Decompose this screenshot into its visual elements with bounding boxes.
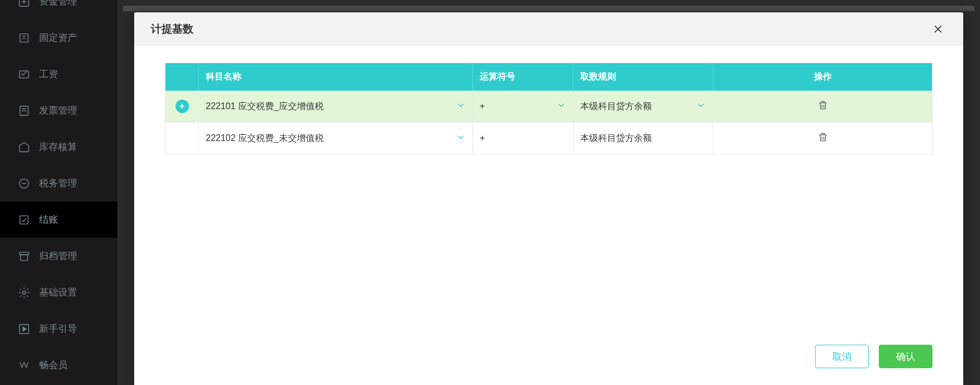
subject-cell[interactable]: 222101 应交税费_应交增值税 [199, 91, 473, 123]
sidebar-item-label: 工资 [39, 68, 58, 81]
archive-icon [18, 250, 30, 262]
sidebar-item-closing[interactable]: 结账 [0, 201, 117, 238]
building-icon [18, 32, 30, 44]
operator-value: + [480, 133, 485, 143]
sidebar-item-label: 新手引导 [39, 322, 77, 335]
delete-row-button[interactable] [817, 132, 828, 143]
sidebar-item-label: 固定资产 [39, 31, 77, 44]
sidebar-item-invoice[interactable]: 发票管理 [0, 92, 117, 129]
modal-title: 计提基数 [151, 22, 193, 36]
inventory-icon [18, 141, 30, 153]
col-add [165, 63, 199, 91]
operator-cell[interactable]: + [473, 91, 574, 123]
play-icon [18, 323, 30, 335]
sidebar-item-tax[interactable]: 税务管理 [0, 165, 117, 201]
col-subject: 科目名称 [199, 63, 473, 91]
rule-cell[interactable]: 本级科目贷方余额 [574, 123, 713, 154]
provision-table: 科目名称 运算符号 取数规则 操作 +222101 应交税费_应交增值税+本级科… [165, 63, 932, 154]
subject-value: 222102 应交税费_未交增值税 [206, 133, 324, 144]
sidebar-item-label: 库存核算 [39, 140, 77, 153]
sidebar-item-label: 归档管理 [39, 250, 77, 262]
modal-overlay: 计提基数 科目名称 运算符号 取数规则 操作 +222101 应交税费_应交增值… [117, 0, 980, 385]
sidebar-item-label: 资金管理 [39, 0, 77, 8]
chevron-down-icon [456, 132, 466, 144]
action-cell [713, 123, 932, 154]
close-button[interactable] [930, 21, 946, 37]
sidebar-item-label: 结账 [39, 213, 58, 226]
closing-icon [18, 214, 30, 226]
sidebar-item-label: 基础设置 [39, 286, 77, 299]
table-header-row: 科目名称 运算符号 取数规则 操作 [165, 63, 932, 91]
sidebar-item-guide[interactable]: 新手引导 [0, 311, 117, 347]
sidebar-item-label: 畅会员 [39, 359, 68, 372]
add-row-button[interactable]: + [176, 100, 189, 113]
subject-cell[interactable]: 222102 应交税费_未交增值税 [199, 123, 473, 154]
operator-cell[interactable]: + [473, 123, 574, 154]
svg-point-8 [22, 291, 26, 294]
salary-icon [18, 68, 30, 81]
modal-body: 科目名称 运算符号 取数规则 操作 +222101 应交税费_应交增值税+本级科… [134, 46, 963, 334]
sidebar: 资金管理 固定资产 工资 发票管理 库存核算 税务管理 结账 [0, 0, 117, 385]
modal-dialog: 计提基数 科目名称 运算符号 取数规则 操作 +222101 应交税费_应交增值… [134, 12, 963, 385]
chevron-down-icon [696, 100, 706, 112]
cancel-button[interactable]: 取消 [815, 345, 869, 368]
gear-icon [18, 287, 30, 299]
delete-row-button[interactable] [817, 100, 828, 111]
tax-icon [18, 177, 30, 190]
svg-rect-1 [20, 34, 29, 42]
confirm-button[interactable]: 确认 [879, 345, 932, 368]
action-cell [713, 91, 932, 123]
vip-icon [18, 359, 30, 372]
sidebar-item-settings[interactable]: 基础设置 [0, 274, 117, 311]
sidebar-item-label: 发票管理 [39, 104, 77, 117]
svg-rect-5 [20, 215, 29, 224]
sidebar-item-inventory[interactable]: 库存核算 [0, 129, 117, 165]
sidebar-item-label: 税务管理 [39, 177, 77, 190]
svg-rect-7 [21, 255, 28, 260]
col-operator: 运算符号 [473, 63, 574, 91]
chevron-down-icon [456, 100, 466, 112]
add-cell [165, 123, 199, 154]
invoice-icon [18, 105, 30, 117]
add-cell: + [165, 91, 199, 123]
sidebar-item-vip[interactable]: 畅会员 [0, 347, 117, 383]
sidebar-item-funds[interactable]: 资金管理 [0, 0, 117, 20]
col-rule: 取数规则 [574, 63, 713, 91]
sidebar-item-fixed-assets[interactable]: 固定资产 [0, 20, 117, 56]
chevron-down-icon [556, 100, 566, 112]
table-row: 222102 应交税费_未交增值税+本级科目贷方余额 [165, 123, 932, 154]
sidebar-item-salary[interactable]: 工资 [0, 56, 117, 92]
rule-cell[interactable]: 本级科目贷方余额 [574, 91, 713, 123]
plus-box-icon [18, 0, 30, 8]
rule-value: 本级科目贷方余额 [580, 133, 652, 144]
table-row: +222101 应交税费_应交增值税+本级科目贷方余额 [165, 91, 932, 123]
operator-value: + [480, 101, 485, 111]
subject-value: 222101 应交税费_应交增值税 [206, 101, 324, 112]
modal-header: 计提基数 [134, 12, 963, 46]
modal-footer: 取消 确认 [134, 334, 963, 385]
col-action: 操作 [713, 63, 932, 91]
rule-value: 本级科目贷方余额 [580, 101, 652, 112]
sidebar-item-archive[interactable]: 归档管理 [0, 238, 117, 274]
